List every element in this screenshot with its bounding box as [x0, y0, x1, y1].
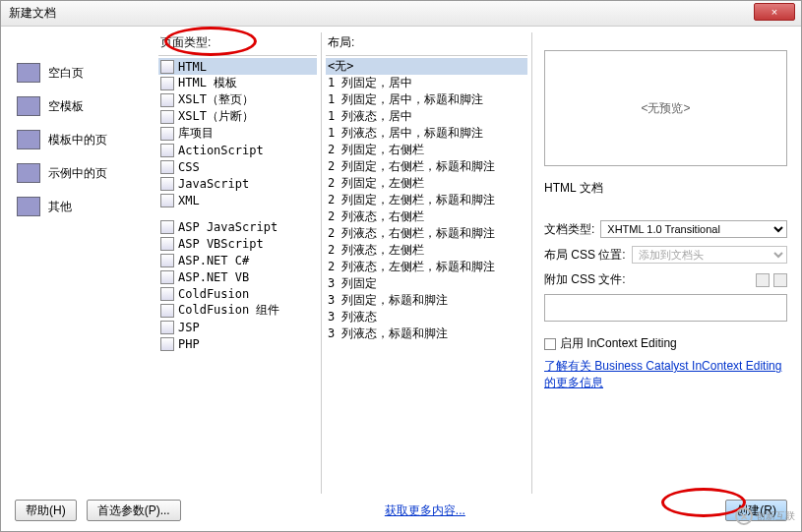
layout-item[interactable]: <无>	[326, 58, 527, 75]
layout-item[interactable]: 1 列固定，居中，标题和脚注	[326, 91, 527, 108]
doc-type-label: HTML 文档	[544, 180, 787, 197]
pagetype-item[interactable]: PHP	[158, 335, 317, 352]
layout-item[interactable]: 2 列液态，右侧栏，标题和脚注	[326, 225, 527, 242]
layout-item[interactable]: 2 列液态，左侧栏	[326, 242, 527, 259]
list-item-label: 2 列液态，左侧栏，标题和脚注	[328, 259, 495, 275]
layout-item[interactable]: 1 列液态，居中	[326, 108, 527, 125]
sidebar-item-label: 示例中的页	[48, 165, 107, 182]
pagetype-item[interactable]: JSP	[158, 319, 317, 335]
pagetype-item[interactable]: ASP VBScript	[158, 235, 317, 252]
list-item-label: JSP	[178, 321, 200, 334]
enable-checkbox[interactable]	[544, 338, 556, 350]
enable-row: 启用 InContext Editing	[544, 335, 787, 352]
learn-more-link[interactable]: 了解有关 Business Catalyst InContext Editing…	[544, 359, 781, 389]
sidebar-item-other[interactable]: 其他	[15, 190, 158, 223]
file-icon	[160, 93, 174, 107]
pagetype-item[interactable]: ActionScript	[158, 142, 317, 158]
list-item-label: CSS	[178, 160, 200, 174]
close-button[interactable]: ×	[754, 3, 795, 21]
layout-item[interactable]: 3 列固定，标题和脚注	[326, 292, 527, 309]
list-item-label: ColdFusion	[178, 287, 249, 301]
list-item-label: ASP.NET VB	[178, 270, 249, 284]
watermark-text: 创新互联	[756, 509, 795, 523]
doctype-row: 文档类型: XHTML 1.0 Transitional	[544, 220, 787, 238]
list-item-label: HTML 模板	[178, 75, 237, 91]
pagetype-item[interactable]: HTML 模板	[158, 75, 317, 91]
layout-list[interactable]: <无>1 列固定，居中1 列固定，居中，标题和脚注1 列液态，居中1 列液态，居…	[326, 58, 527, 342]
window-title: 新建文档	[9, 5, 56, 22]
css-position-row: 布局 CSS 位置: 添加到文档头	[544, 246, 787, 264]
list-item-label: JavaScript	[178, 177, 249, 191]
pagetype-item[interactable]: ColdFusion 组件	[158, 302, 317, 319]
list-item-label: 2 列液态，右侧栏	[328, 208, 424, 225]
layout-item[interactable]: 1 列液态，居中，标题和脚注	[326, 125, 527, 142]
list-item-label: 2 列固定，左侧栏	[328, 175, 424, 192]
pagetype-list[interactable]: HTMLHTML 模板XSLT（整页）XSLT（片断）库项目ActionScri…	[158, 58, 317, 352]
file-icon	[160, 337, 174, 351]
sidebar-item-page-from-template[interactable]: 模板中的页	[15, 123, 158, 156]
enable-label: 启用 InContext Editing	[560, 336, 677, 350]
pagetype-item[interactable]: ASP.NET C#	[158, 252, 317, 268]
preferences-button[interactable]: 首选参数(P)...	[87, 500, 181, 521]
pagetype-item[interactable]: XML	[158, 192, 317, 208]
list-item-label: 2 列固定，左侧栏，标题和脚注	[328, 192, 495, 208]
layout-item[interactable]: 2 列固定，左侧栏	[326, 175, 527, 192]
file-icon	[160, 177, 174, 191]
file-icon	[160, 287, 174, 301]
list-item-label: 3 列液态	[328, 309, 377, 325]
sidebar-item-page-from-sample[interactable]: 示例中的页	[15, 156, 158, 190]
help-button[interactable]: 帮助(H)	[15, 500, 77, 521]
pagetype-item[interactable]: XSLT（整页）	[158, 91, 317, 108]
file-icon	[160, 110, 174, 124]
list-item-label: XSLT（片断）	[178, 108, 254, 125]
browse-icon[interactable]	[773, 273, 787, 287]
file-icon	[160, 254, 174, 267]
file-icon	[160, 220, 174, 234]
list-item-label: 2 列固定，右侧栏	[328, 142, 424, 158]
pagetype-item[interactable]: ColdFusion	[158, 285, 317, 302]
get-more-link[interactable]: 获取更多内容...	[385, 503, 465, 517]
layout-item[interactable]: 3 列液态	[326, 309, 527, 325]
css-position-label: 布局 CSS 位置:	[544, 247, 626, 264]
sidebar-item-label: 空白页	[48, 65, 84, 82]
layout-item[interactable]: 2 列液态，右侧栏	[326, 208, 527, 225]
list-item-label: <无>	[328, 58, 353, 75]
list-item-label: PHP	[178, 337, 200, 351]
sidebar-item-label: 模板中的页	[48, 132, 107, 148]
layout-item[interactable]: 2 列固定，左侧栏，标题和脚注	[326, 192, 527, 208]
pagetype-item[interactable]: 库项目	[158, 125, 317, 142]
watermark: ✕ 创新互联	[735, 507, 795, 525]
list-item-label: 3 列液态，标题和脚注	[328, 325, 448, 342]
page-icon	[17, 63, 40, 83]
titlebar: 新建文档 ×	[1, 1, 801, 27]
layout-item[interactable]: 2 列固定，右侧栏	[326, 142, 527, 158]
layout-item[interactable]: 3 列液态，标题和脚注	[326, 325, 527, 342]
sidebar-item-blank-template[interactable]: 空模板	[15, 89, 158, 123]
category-sidebar: 空白页 空模板 模板中的页 示例中的页 其他	[15, 32, 158, 494]
sidebar-item-label: 空模板	[48, 98, 84, 115]
layout-item[interactable]: 2 列固定，右侧栏，标题和脚注	[326, 158, 527, 175]
layout-item[interactable]: 3 列固定	[326, 275, 527, 292]
footer: 帮助(H) 首选参数(P)... 获取更多内容... 创建(R)	[15, 494, 787, 521]
doctype-select[interactable]: XHTML 1.0 Transitional	[600, 220, 787, 238]
pagetype-item[interactable]: HTML	[158, 58, 317, 75]
doctype-label: 文档类型:	[544, 221, 594, 238]
list-item-label: XML	[178, 194, 200, 207]
file-icon	[160, 144, 174, 157]
pagetype-item[interactable]: JavaScript	[158, 175, 317, 192]
dialog-window: 新建文档 × 空白页 空模板 模板中的页 示例中的页 其他 页面类型: HTML…	[0, 0, 802, 532]
link-icon[interactable]	[756, 273, 770, 287]
pagetype-item[interactable]: ASP JavaScript	[158, 218, 317, 235]
pagetype-item[interactable]: CSS	[158, 158, 317, 175]
list-item-label: 1 列液态，居中，标题和脚注	[328, 125, 483, 142]
list-item-label: ASP VBScript	[178, 237, 264, 251]
sidebar-item-blank-page[interactable]: 空白页	[15, 56, 158, 89]
sample-icon	[17, 163, 40, 183]
list-item-label: ActionScript	[178, 144, 264, 157]
layout-item[interactable]: 2 列液态，左侧栏，标题和脚注	[326, 259, 527, 275]
attach-css-box[interactable]	[544, 294, 787, 322]
pagetype-item[interactable]: ASP.NET VB	[158, 268, 317, 285]
pagetype-item[interactable]: XSLT（片断）	[158, 108, 317, 125]
preview-pane: <无预览>	[544, 50, 787, 166]
layout-item[interactable]: 1 列固定，居中	[326, 75, 527, 91]
